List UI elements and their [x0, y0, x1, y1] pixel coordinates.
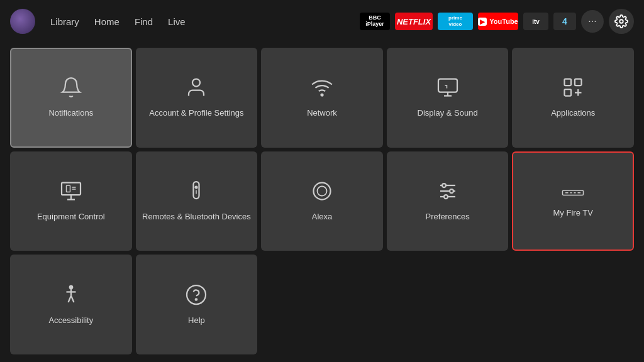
svg-point-2	[321, 94, 323, 96]
svg-point-16	[196, 187, 197, 189]
settings-grid: Notifications Account & Profile Settings…	[0, 43, 644, 362]
applications-label: Applications	[551, 108, 595, 119]
preferences-label: Preferences	[426, 212, 470, 222]
svg-line-34	[68, 295, 71, 302]
nav-home[interactable]: Home	[94, 16, 119, 27]
svg-point-24	[450, 189, 453, 193]
nav-find[interactable]: Find	[135, 16, 153, 27]
app-itv[interactable]: itv	[523, 13, 548, 30]
grid-item-help[interactable]: Help	[136, 255, 258, 354]
svg-point-23	[442, 184, 446, 187]
nav-library[interactable]: Library	[50, 16, 79, 27]
svg-point-25	[444, 195, 448, 199]
person-icon	[185, 76, 208, 102]
svg-rect-8	[565, 89, 572, 96]
grid-item-equipment[interactable]: Equipment Control	[10, 151, 132, 251]
wifi-icon	[311, 76, 333, 102]
svg-rect-6	[565, 79, 572, 86]
grid-item-remotes[interactable]: Remotes & Bluetooth Devices	[136, 151, 258, 251]
monitor-icon	[60, 180, 82, 206]
accessibility-icon	[60, 283, 82, 309]
account-label: Account & Profile Settings	[149, 108, 243, 119]
user-avatar[interactable]	[10, 9, 35, 34]
svg-rect-12	[66, 185, 70, 192]
display-icon	[436, 76, 459, 102]
display-sound-label: Display & Sound	[418, 108, 478, 119]
settings-button[interactable]	[609, 9, 634, 34]
sliders-icon	[436, 180, 459, 206]
myfiretv-label: My Fire TV	[553, 208, 593, 219]
app-youtube[interactable]: ▶ YouTube	[478, 13, 518, 30]
app-shortcuts: BBCiPlayer NETFLIX primevideo ▶ YouTube …	[360, 9, 634, 34]
firetv-icon	[562, 184, 584, 202]
grid-item-network[interactable]: Network	[261, 48, 383, 148]
apps-icon	[562, 76, 584, 102]
nav-live[interactable]: Live	[168, 16, 186, 27]
nav-links: Library Home Find Live	[50, 16, 186, 27]
help-label: Help	[188, 315, 205, 326]
svg-point-19	[317, 187, 326, 196]
svg-point-0	[619, 19, 623, 23]
svg-rect-9	[62, 183, 80, 195]
app-netflix[interactable]: NETFLIX	[395, 13, 433, 30]
app-prime[interactable]: primevideo	[438, 13, 473, 30]
alexa-icon	[311, 180, 333, 206]
help-icon	[185, 283, 208, 309]
equipment-label: Equipment Control	[37, 212, 105, 222]
grid-item-myfiretv[interactable]: My Fire TV	[512, 151, 634, 251]
grid-item-notifications[interactable]: Notifications	[10, 48, 132, 148]
notifications-label: Notifications	[48, 108, 93, 119]
svg-line-35	[71, 295, 74, 302]
svg-point-18	[313, 183, 330, 200]
svg-rect-7	[575, 79, 582, 86]
grid-item-preferences[interactable]: Preferences	[387, 151, 509, 251]
alexa-label: Alexa	[312, 212, 333, 222]
svg-point-37	[196, 299, 197, 300]
svg-rect-3	[438, 79, 457, 92]
more-apps-button[interactable]: ···	[581, 10, 604, 33]
accessibility-label: Accessibility	[48, 315, 93, 326]
grid-item-account[interactable]: Account & Profile Settings	[136, 48, 258, 148]
app-bbc[interactable]: BBCiPlayer	[360, 13, 390, 30]
grid-item-applications[interactable]: Applications	[512, 48, 634, 148]
grid-item-accessibility[interactable]: Accessibility	[10, 255, 132, 354]
app-ch4[interactable]: 4	[553, 13, 576, 30]
svg-point-1	[192, 79, 200, 87]
remote-icon	[185, 180, 208, 206]
remotes-label: Remotes & Bluetooth Devices	[142, 212, 251, 222]
grid-item-alexa[interactable]: Alexa	[261, 151, 383, 251]
svg-point-36	[187, 285, 206, 304]
grid-item-display-sound[interactable]: Display & Sound	[387, 48, 509, 148]
top-nav: Library Home Find Live BBCiPlayer NETFLI…	[0, 0, 644, 43]
svg-point-31	[70, 285, 73, 288]
bell-icon	[60, 76, 82, 102]
network-label: Network	[307, 108, 337, 119]
